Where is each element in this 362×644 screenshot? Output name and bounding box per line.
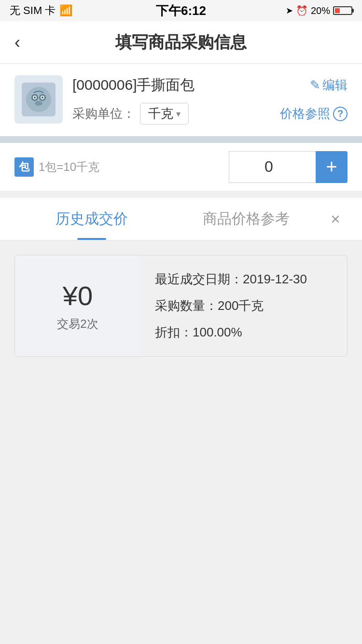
svg-point-5 — [34, 97, 36, 98]
dropdown-arrow-icon: ▾ — [176, 109, 181, 119]
discount-label: 折扣： — [155, 325, 193, 339]
main-content: 历史成交价 商品价格参考 × ¥0 交易2次 最近成交日期：2019-12-30 — [0, 198, 362, 488]
back-button[interactable]: ‹ — [10, 28, 25, 57]
price-currency-symbol: ¥ — [63, 280, 78, 311]
battery-indicator — [333, 6, 352, 15]
tab-history-price[interactable]: 历史成交价 — [14, 198, 169, 240]
carrier-text: 无 SIM 卡 — [10, 3, 56, 18]
quantity-section: 包 1包=10千克 + — [0, 143, 362, 191]
quantity-label-text: 采购数量： — [155, 298, 218, 313]
date-label: 最近成交日期： — [155, 272, 243, 286]
edit-label: 编辑 — [322, 77, 348, 94]
tab-history-price-label: 历史成交价 — [56, 209, 128, 229]
edit-icon: ✎ — [310, 78, 320, 93]
svg-point-6 — [42, 97, 43, 98]
unit-select-dropdown[interactable]: 千克 ▾ — [140, 103, 189, 125]
price-reference-button[interactable]: 价格参照 ? — [280, 105, 348, 122]
price-trades-text: 交易2次 — [57, 316, 98, 332]
purchase-unit-row: 采购单位： 千克 ▾ 价格参照 ? — [72, 103, 348, 125]
quantity-value-text: 200千克 — [218, 298, 264, 313]
page-title: 填写商品采购信息 — [115, 31, 247, 54]
date-value: 2019-12-30 — [243, 272, 307, 286]
alarm-icon: ⏰ — [296, 5, 308, 16]
quantity-input[interactable] — [229, 151, 316, 183]
divider-bar — [0, 136, 362, 143]
status-left: 无 SIM 卡 📶 — [10, 3, 72, 18]
product-row: [0000006]手撕面包 ✎ 编辑 采购单位： 千克 ▾ 价格参照 ? — [14, 75, 348, 125]
location-icon: ➤ — [286, 5, 293, 16]
edit-button[interactable]: ✎ 编辑 — [310, 77, 348, 94]
card-section: ¥0 交易2次 最近成交日期：2019-12-30 采购数量：200千克 折扣：… — [0, 240, 362, 371]
product-thumbnail — [14, 75, 63, 124]
status-time: 下午6:12 — [156, 2, 206, 19]
price-ref-label: 价格参照 — [280, 105, 330, 122]
unit-value: 千克 — [148, 105, 173, 122]
price-ref-help-icon: ? — [333, 107, 348, 121]
quantity-plus-button[interactable]: + — [316, 151, 348, 183]
tab-product-price-ref-label: 商品价格参考 — [203, 209, 290, 229]
product-icon — [24, 85, 53, 114]
tab-close-button[interactable]: × — [323, 207, 348, 231]
page-header: ‹ 填写商品采购信息 — [0, 21, 362, 64]
wifi-icon: 📶 — [59, 4, 72, 17]
price-detail-discount: 折扣：100.00% — [155, 323, 333, 342]
quantity-input-area: + — [229, 151, 348, 183]
svg-point-7 — [35, 101, 42, 106]
product-name: [0000006]手撕面包 — [72, 75, 195, 95]
tabs-section: 历史成交价 商品价格参考 × — [0, 198, 362, 240]
price-card-right: 最近成交日期：2019-12-30 采购数量：200千克 折扣：100.00% — [140, 255, 347, 356]
product-header-row: [0000006]手撕面包 ✎ 编辑 — [72, 75, 348, 95]
quantity-label: 包 1包=10千克 — [14, 157, 99, 177]
price-value: 0 — [78, 280, 93, 311]
product-info: [0000006]手撕面包 ✎ 编辑 采购单位： 千克 ▾ 价格参照 ? — [72, 75, 348, 125]
status-bar: 无 SIM 卡 📶 下午6:12 ➤ ⏰ 20% — [0, 0, 362, 21]
battery-percent: 20% — [311, 5, 330, 16]
price-detail-quantity: 采购数量：200千克 — [155, 296, 333, 315]
svg-point-0 — [26, 87, 51, 112]
tab-product-price-ref[interactable]: 商品价格参考 — [169, 198, 323, 240]
product-section: [0000006]手撕面包 ✎ 编辑 采购单位： 千克 ▾ 价格参照 ? — [0, 64, 362, 136]
price-detail-date: 最近成交日期：2019-12-30 — [155, 270, 333, 289]
unit-badge: 包 — [14, 157, 34, 177]
status-right: ➤ ⏰ 20% — [286, 5, 352, 16]
price-amount: ¥0 — [63, 280, 93, 311]
price-card-left: ¥0 交易2次 — [15, 255, 140, 356]
tabs-row: 历史成交价 商品价格参考 × — [0, 198, 362, 240]
discount-value: 100.00% — [193, 325, 242, 339]
unit-conversion-text: 1包=10千克 — [39, 159, 99, 175]
purchase-unit-left: 采购单位： 千克 ▾ — [72, 103, 189, 125]
unit-label: 采购单位： — [72, 105, 135, 122]
price-card: ¥0 交易2次 最近成交日期：2019-12-30 采购数量：200千克 折扣：… — [14, 255, 348, 357]
product-image — [22, 83, 56, 116]
